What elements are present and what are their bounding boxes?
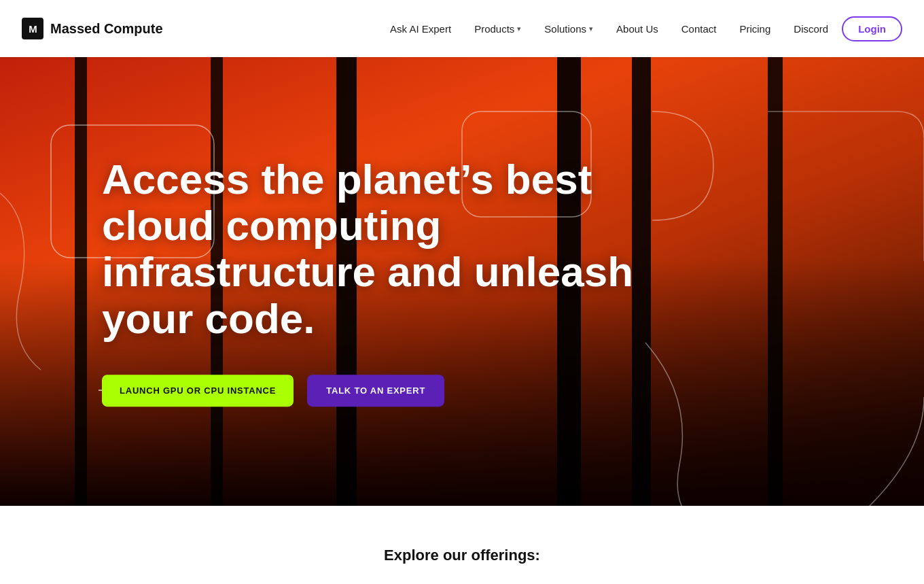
chevron-down-icon: ▾ <box>517 24 521 33</box>
nav-item-about-us[interactable]: About Us <box>607 18 668 40</box>
nav-item-products[interactable]: Products ▾ <box>465 18 531 40</box>
hero-buttons: LAUNCH GPU OR CPU INSTANCE TALK TO AN EX… <box>102 375 659 407</box>
login-button[interactable]: Login <box>842 16 902 41</box>
logo-link[interactable]: M Massed Compute <box>22 18 163 39</box>
logo-icon: M <box>22 18 43 39</box>
nav-item-discord[interactable]: Discord <box>784 18 838 40</box>
launch-instance-button[interactable]: LAUNCH GPU OR CPU INSTANCE <box>102 375 294 407</box>
offerings-section: Explore our offerings: <box>0 506 924 578</box>
hero-section: Access the planet’s best cloud computing… <box>0 57 924 506</box>
hero-content: Access the planet’s best cloud computing… <box>102 156 659 407</box>
navbar: M Massed Compute Ask AI Expert Products … <box>0 0 924 57</box>
nav-item-ask-ai-expert[interactable]: Ask AI Expert <box>380 18 461 40</box>
logo-text: Massed Compute <box>50 21 163 37</box>
talk-to-expert-button[interactable]: TALK TO AN EXPERT <box>307 375 444 407</box>
explore-offerings-title: Explore our offerings: <box>384 547 540 564</box>
chevron-down-icon: ▾ <box>589 24 593 33</box>
nav-links: Ask AI Expert Products ▾ Solutions ▾ Abo… <box>380 16 902 41</box>
nav-item-contact[interactable]: Contact <box>672 18 726 40</box>
hero-title: Access the planet’s best cloud computing… <box>102 156 659 342</box>
nav-item-solutions[interactable]: Solutions ▾ <box>535 18 603 40</box>
nav-item-pricing[interactable]: Pricing <box>730 18 780 40</box>
